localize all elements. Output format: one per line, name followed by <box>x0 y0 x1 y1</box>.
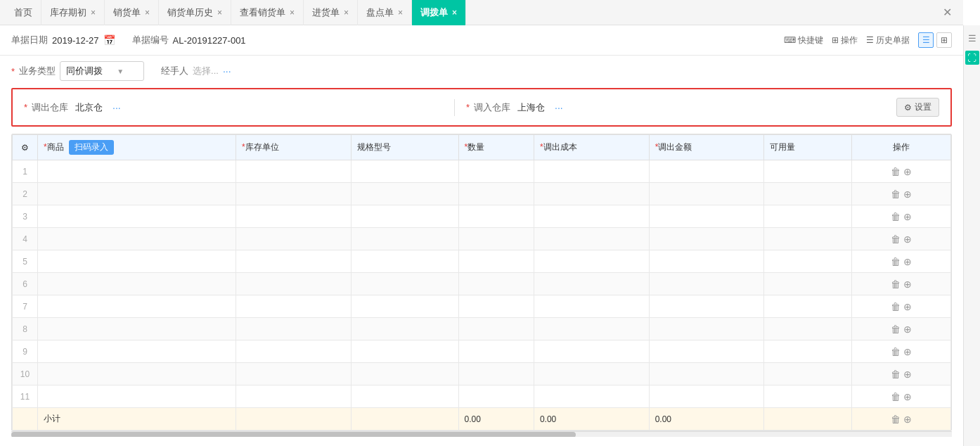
cell-cost[interactable] <box>534 386 649 408</box>
cell-available[interactable] <box>764 160 852 183</box>
cell-available[interactable] <box>764 273 852 295</box>
tab-close-sales-order[interactable]: × <box>145 8 150 18</box>
cell-available[interactable] <box>764 386 852 408</box>
scroll-thumb[interactable] <box>11 432 576 437</box>
delete-row-icon[interactable]: 🗑 <box>891 391 901 402</box>
cell-available[interactable] <box>764 183 852 205</box>
tab-close-purchase-order[interactable]: × <box>344 8 349 18</box>
cell-product[interactable] <box>38 386 236 408</box>
cell-amount[interactable] <box>649 295 764 318</box>
delete-row-icon[interactable]: 🗑 <box>891 369 901 380</box>
cell-available[interactable] <box>764 295 852 318</box>
delete-row-icon[interactable]: 🗑 <box>891 301 901 312</box>
cell-spec[interactable] <box>351 183 458 205</box>
delete-row-icon[interactable]: 🗑 <box>891 166 901 177</box>
subtotal-delete-icon[interactable]: 🗑 <box>891 414 901 425</box>
delete-row-icon[interactable]: 🗑 <box>891 346 901 357</box>
delete-row-icon[interactable]: 🗑 <box>891 279 901 290</box>
cell-product[interactable] <box>38 160 236 183</box>
cell-cost[interactable] <box>534 160 649 183</box>
cell-unit[interactable] <box>236 228 352 250</box>
cell-qty[interactable] <box>458 228 534 250</box>
cell-amount[interactable] <box>649 386 764 408</box>
cell-product[interactable] <box>38 318 236 340</box>
cell-available[interactable] <box>764 340 852 363</box>
cell-available[interactable] <box>764 363 852 386</box>
settings-button[interactable]: ⚙ 设置 <box>896 98 939 117</box>
copy-row-icon[interactable]: ⊕ <box>903 301 912 312</box>
cell-product[interactable] <box>38 228 236 250</box>
delete-row-icon[interactable]: 🗑 <box>891 324 901 335</box>
scan-entry-button[interactable]: 扫码录入 <box>69 140 114 155</box>
cell-qty[interactable] <box>458 295 534 318</box>
list-view-button[interactable]: ☰ <box>918 32 934 48</box>
cell-cost[interactable] <box>534 318 649 340</box>
cell-product[interactable] <box>38 250 236 273</box>
cell-unit[interactable] <box>236 318 352 340</box>
copy-row-icon[interactable]: ⊕ <box>903 346 912 357</box>
cell-cost[interactable] <box>534 340 649 363</box>
cell-amount[interactable] <box>649 273 764 295</box>
cell-unit[interactable] <box>236 250 352 273</box>
copy-row-icon[interactable]: ⊕ <box>903 189 912 200</box>
sidebar-list-icon[interactable]: ☰ <box>965 31 979 45</box>
cell-amount[interactable] <box>649 318 764 340</box>
settings-column-header[interactable]: ⚙ <box>13 135 38 160</box>
cell-product[interactable] <box>38 340 236 363</box>
copy-row-icon[interactable]: ⊕ <box>903 166 912 177</box>
tab-close-view-sales[interactable]: × <box>290 8 295 18</box>
cell-spec[interactable] <box>351 318 458 340</box>
cell-qty[interactable] <box>458 183 534 205</box>
cell-unit[interactable] <box>236 295 352 318</box>
cell-spec[interactable] <box>351 363 458 386</box>
cell-available[interactable] <box>764 318 852 340</box>
cell-spec[interactable] <box>351 340 458 363</box>
copy-row-icon[interactable]: ⊕ <box>903 324 912 335</box>
cell-unit[interactable] <box>236 386 352 408</box>
cell-spec[interactable] <box>351 295 458 318</box>
cell-product[interactable] <box>38 295 236 318</box>
cell-cost[interactable] <box>534 228 649 250</box>
tab-sales-history[interactable]: 销货单历史× <box>159 0 231 25</box>
cell-product[interactable] <box>38 273 236 295</box>
cell-amount[interactable] <box>649 340 764 363</box>
tab-close-inventory-init[interactable]: × <box>91 8 96 18</box>
transfer-in-more-button[interactable]: ··· <box>555 102 563 113</box>
cell-product[interactable] <box>38 363 236 386</box>
cell-cost[interactable] <box>534 205 649 228</box>
table-settings-gear-icon[interactable]: ⚙ <box>21 143 29 153</box>
grid-view-button[interactable]: ⊞ <box>936 32 952 48</box>
cell-amount[interactable] <box>649 205 764 228</box>
delete-row-icon[interactable]: 🗑 <box>891 211 901 222</box>
cell-unit[interactable] <box>236 273 352 295</box>
tab-close-sales-history[interactable]: × <box>217 8 222 18</box>
biz-type-select[interactable]: 同价调拨 ▼ <box>60 61 144 81</box>
cell-cost[interactable] <box>534 363 649 386</box>
cell-qty[interactable] <box>458 160 534 183</box>
cell-available[interactable] <box>764 250 852 273</box>
cell-spec[interactable] <box>351 160 458 183</box>
cell-qty[interactable] <box>458 250 534 273</box>
cell-available[interactable] <box>764 205 852 228</box>
cell-qty[interactable] <box>458 340 534 363</box>
transfer-out-more-button[interactable]: ··· <box>112 102 121 113</box>
cell-unit[interactable] <box>236 160 352 183</box>
cell-amount[interactable] <box>649 250 764 273</box>
copy-row-icon[interactable]: ⊕ <box>903 256 912 267</box>
calendar-icon[interactable]: 📅 <box>103 34 115 46</box>
cell-unit[interactable] <box>236 205 352 228</box>
cell-product[interactable] <box>38 205 236 228</box>
copy-row-icon[interactable]: ⊕ <box>903 279 912 290</box>
cell-unit[interactable] <box>236 183 352 205</box>
delete-row-icon[interactable]: 🗑 <box>891 234 901 245</box>
window-close-button[interactable]: ✕ <box>937 6 958 19</box>
cell-amount[interactable] <box>649 160 764 183</box>
subtotal-copy-icon[interactable]: ⊕ <box>903 414 912 425</box>
cell-qty[interactable] <box>458 273 534 295</box>
tab-inventory-count[interactable]: 盘点单× <box>358 0 412 25</box>
copy-row-icon[interactable]: ⊕ <box>903 211 912 222</box>
sidebar-expand-icon[interactable]: ⛶ <box>965 51 979 65</box>
horizontal-scrollbar[interactable] <box>11 431 952 437</box>
cell-amount[interactable] <box>649 363 764 386</box>
handler-more-button[interactable]: ··· <box>223 65 231 77</box>
